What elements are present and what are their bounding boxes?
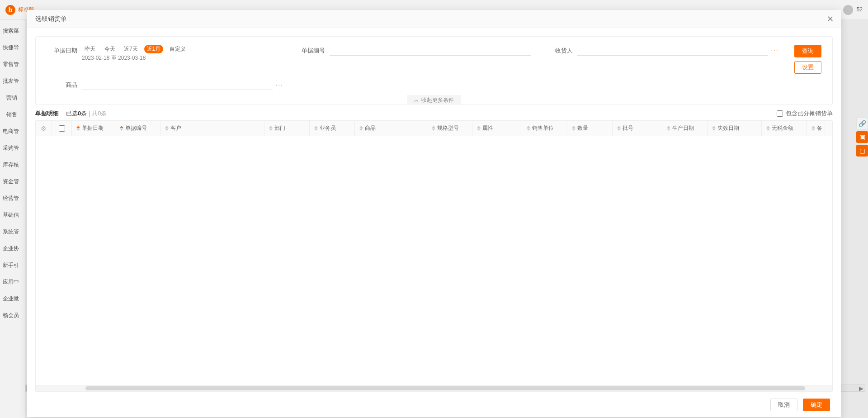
sort-icon[interactable]: [572, 126, 576, 131]
column-header-gear: ⚙: [36, 121, 52, 136]
receiver-more-icon[interactable]: ···: [771, 45, 779, 56]
sort-icon[interactable]: [165, 126, 169, 131]
column-header-spec[interactable]: 规格型号: [427, 121, 472, 136]
filter-docno-label: 单据编号: [294, 45, 325, 55]
date-chip-7d[interactable]: 近7天: [121, 45, 141, 53]
column-label: 业务员: [320, 124, 336, 132]
gear-icon[interactable]: ⚙: [41, 125, 47, 132]
filter-docno: 单据编号: [294, 45, 531, 56]
collapse-filters-button[interactable]: ︽ 收起更多条件: [407, 95, 461, 105]
table-horizontal-scrollbar[interactable]: [36, 385, 832, 391]
column-label: 属性: [482, 124, 493, 132]
sort-icon[interactable]: [617, 126, 621, 131]
table-header: ⚙单据日期单据编号客户部门业务员商品规格型号属性销售单位数量批号生产日期失效日期…: [36, 121, 832, 136]
table-scroll-thumb[interactable]: [85, 386, 805, 390]
sort-icon[interactable]: [712, 126, 716, 131]
filter-card: 单据日期 昨天 今天 近7天 近1月 自定义 2023-02-18 至 2023…: [35, 36, 833, 105]
collapse-label: 收起更多条件: [421, 96, 454, 104]
column-label: 失效日期: [717, 124, 739, 132]
table: ⚙单据日期单据编号客户部门业务员商品规格型号属性销售单位数量批号生产日期失效日期…: [35, 120, 833, 392]
column-header-dept[interactable]: 部门: [264, 121, 310, 136]
modal-title: 选取销货单: [35, 15, 67, 23]
column-label: 数量: [577, 124, 588, 132]
list-bar: 单据明细 已选0条 | 共0条 包含已分摊销货单: [35, 109, 833, 118]
column-label: 批号: [623, 124, 633, 132]
column-label: 规格型号: [437, 124, 459, 132]
column-label: 销售单位: [532, 124, 554, 132]
modal-body: 单据日期 昨天 今天 近7天 近1月 自定义 2023-02-18 至 2023…: [27, 28, 841, 392]
cancel-button[interactable]: 取消: [770, 399, 797, 411]
chevron-up-icon: ︽: [414, 97, 419, 103]
receiver-input[interactable]: [577, 45, 768, 56]
column-header-notax[interactable]: 无税金额: [762, 121, 807, 136]
date-chip-today[interactable]: 今天: [102, 45, 118, 53]
filter-actions: 查询 设置: [790, 45, 821, 74]
column-header-customer[interactable]: 客户: [160, 121, 264, 136]
column-label: 单据日期: [82, 124, 104, 132]
filter-product: 商品 ···: [47, 79, 283, 90]
sort-icon[interactable]: [811, 126, 815, 131]
date-chip-1m[interactable]: 近1月: [144, 45, 164, 53]
column-label: 商品: [365, 124, 376, 132]
sort-icon[interactable]: [359, 126, 363, 131]
column-header-chk: [52, 121, 72, 136]
filter-receiver-label: 收货人: [542, 45, 573, 55]
column-header-qty[interactable]: 数量: [567, 121, 613, 136]
modal-select-sales-order: 选取销货单 ✕ 单据日期 昨天 今天 近7天 近1月 自定义: [27, 10, 841, 417]
modal-header: 选取销货单 ✕: [27, 10, 841, 28]
date-chip-custom[interactable]: 自定义: [167, 45, 189, 53]
sort-icon[interactable]: [667, 126, 670, 131]
sort-icon[interactable]: [314, 126, 318, 131]
column-header-batch[interactable]: 批号: [613, 121, 662, 136]
column-header-attr[interactable]: 属性: [472, 121, 522, 136]
settings-button[interactable]: 设置: [794, 61, 821, 74]
sort-icon[interactable]: [527, 126, 530, 131]
total-count: | 共0条: [89, 109, 107, 118]
column-label: 备: [817, 124, 822, 132]
sort-icon[interactable]: [76, 126, 80, 131]
date-chip-yesterday[interactable]: 昨天: [82, 45, 98, 53]
filter-date-label: 单据日期: [47, 45, 77, 55]
sort-icon[interactable]: [477, 126, 481, 131]
column-header-remark[interactable]: 备: [807, 121, 825, 136]
modal-footer: 取消 确定: [27, 392, 841, 417]
column-header-exp_date[interactable]: 失效日期: [708, 121, 762, 136]
table-body: [36, 136, 832, 385]
include-allocated-checkbox[interactable]: 包含已分摊销货单: [777, 109, 833, 118]
filter-receiver: 收货人 ···: [542, 45, 779, 56]
column-label: 客户: [170, 124, 181, 132]
sort-icon[interactable]: [766, 126, 770, 131]
selected-count: 已选0条: [66, 109, 87, 118]
column-header-prod_date[interactable]: 生产日期: [662, 121, 708, 136]
close-icon[interactable]: ✕: [825, 14, 835, 24]
include-allocated-label: 包含已分摊销货单: [786, 109, 833, 118]
column-header-unit[interactable]: 销售单位: [522, 121, 567, 136]
list-title: 单据明细: [35, 109, 59, 118]
column-header-product[interactable]: 商品: [355, 121, 427, 136]
sort-icon[interactable]: [432, 126, 435, 131]
sort-icon[interactable]: [120, 126, 123, 131]
docno-input[interactable]: [330, 45, 531, 56]
product-more-icon[interactable]: ···: [275, 79, 283, 90]
date-range-text: 2023-02-18 至 2023-03-18: [82, 54, 283, 62]
sort-icon[interactable]: [269, 126, 273, 131]
column-label: 单据编号: [125, 124, 147, 132]
column-header-date[interactable]: 单据日期: [72, 121, 115, 136]
query-button[interactable]: 查询: [794, 45, 821, 57]
column-label: 生产日期: [672, 124, 694, 132]
column-label: 无税金额: [772, 124, 793, 132]
select-all-checkbox[interactable]: [59, 125, 65, 132]
column-header-salesman[interactable]: 业务员: [310, 121, 355, 136]
filter-date: 单据日期 昨天 今天 近7天 近1月 自定义 2023-02-18 至 2023…: [47, 45, 283, 62]
confirm-button[interactable]: 确定: [803, 399, 830, 411]
product-input[interactable]: [82, 79, 273, 90]
column-header-docno[interactable]: 单据编号: [115, 121, 160, 136]
include-allocated-input[interactable]: [777, 110, 783, 117]
filter-product-label: 商品: [47, 79, 77, 89]
column-label: 部门: [274, 124, 285, 132]
date-quick-picks: 昨天 今天 近7天 近1月 自定义: [82, 45, 283, 53]
